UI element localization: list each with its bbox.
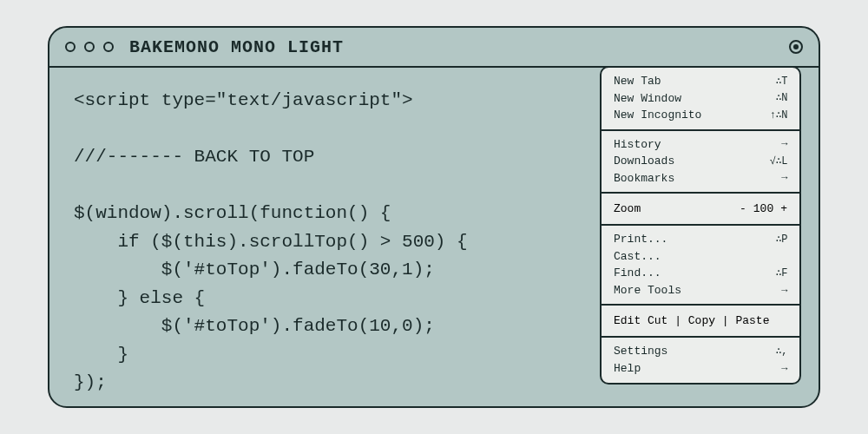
menu-item-downloads[interactable]: Downloads √∴L <box>602 153 799 170</box>
zoom-out-button[interactable]: - <box>740 202 746 215</box>
menu-item-new-incognito[interactable]: New Incognito ↑∴N <box>602 107 799 124</box>
content-area: <script type="text/javascript"> ///-----… <box>49 68 819 406</box>
menu-shortcut: ∴N <box>776 91 787 105</box>
titlebar: BAKEMONO MONO LIGHT <box>49 28 819 68</box>
menu-shortcut: √∴L <box>770 155 787 168</box>
menu-item-settings[interactable]: Settings ∴, <box>602 343 799 360</box>
menu-label: History <box>614 137 661 153</box>
menu-label: Cast... <box>614 249 661 265</box>
menu-section-edit: Edit Cut | Copy | Paste <box>602 306 799 338</box>
menu-section-tools: Print... ∴P Cast... Find... ∴F More Tool… <box>602 226 799 306</box>
menu-shortcut: ∴F <box>776 266 787 280</box>
menu-label: Print... <box>614 232 667 247</box>
menu-shortcut: → <box>781 362 787 376</box>
window-title: BAKEMONO MONO LIGHT <box>129 37 344 57</box>
menu-label: Settings <box>614 344 667 359</box>
menu-section-history: History → Downloads √∴L Bookmarks → <box>602 131 799 194</box>
minimize-icon[interactable] <box>84 42 95 52</box>
target-icon[interactable] <box>789 40 803 54</box>
close-icon[interactable] <box>65 42 76 52</box>
menu-label: Find... <box>614 266 661 281</box>
edit-label: Edit Cut | Copy | Paste <box>614 314 769 327</box>
menu-shortcut: ∴, <box>776 345 787 358</box>
menu-item-find[interactable]: Find... ∴F <box>602 265 799 282</box>
app-window: BAKEMONO MONO LIGHT <script type="text/j… <box>48 26 820 408</box>
menu-label: New Window <box>614 91 681 107</box>
menu-shortcut: → <box>781 171 787 185</box>
menu-label: Bookmarks <box>614 171 674 187</box>
menu-item-help[interactable]: Help → <box>602 360 799 378</box>
menu-section-zoom: Zoom - 100 + <box>602 194 799 226</box>
menu-shortcut: ∴T <box>776 75 787 89</box>
menu-item-edit[interactable]: Edit Cut | Copy | Paste <box>602 311 799 331</box>
window-controls <box>65 42 114 52</box>
menu-shortcut: ∴P <box>776 233 787 247</box>
menu-label: More Tools <box>614 283 681 299</box>
context-menu: New Tab ∴T New Window ∴N New Incognito ↑… <box>600 66 801 385</box>
menu-label: Downloads <box>614 154 674 169</box>
zoom-value: 100 <box>753 202 773 215</box>
zoom-label: Zoom <box>614 202 641 215</box>
menu-shortcut: → <box>781 284 787 298</box>
menu-item-more-tools[interactable]: More Tools → <box>602 282 799 299</box>
menu-item-zoom: Zoom - 100 + <box>602 199 799 219</box>
menu-label: New Tab <box>614 74 661 89</box>
menu-item-bookmarks[interactable]: Bookmarks → <box>602 170 799 187</box>
menu-item-cast[interactable]: Cast... <box>602 248 799 266</box>
menu-shortcut: ↑∴N <box>770 108 787 122</box>
menu-section-settings: Settings ∴, Help → <box>602 338 799 382</box>
menu-item-new-tab[interactable]: New Tab ∴T <box>602 73 799 90</box>
menu-label: Help <box>614 361 641 377</box>
menu-item-print[interactable]: Print... ∴P <box>602 231 799 248</box>
menu-item-history[interactable]: History → <box>602 136 799 154</box>
maximize-icon[interactable] <box>103 42 114 52</box>
menu-item-new-window[interactable]: New Window ∴N <box>602 90 799 108</box>
zoom-in-button[interactable]: + <box>780 202 787 215</box>
menu-label: New Incognito <box>614 108 701 123</box>
menu-shortcut: → <box>781 137 787 151</box>
menu-section-new: New Tab ∴T New Window ∴N New Incognito ↑… <box>602 68 799 131</box>
